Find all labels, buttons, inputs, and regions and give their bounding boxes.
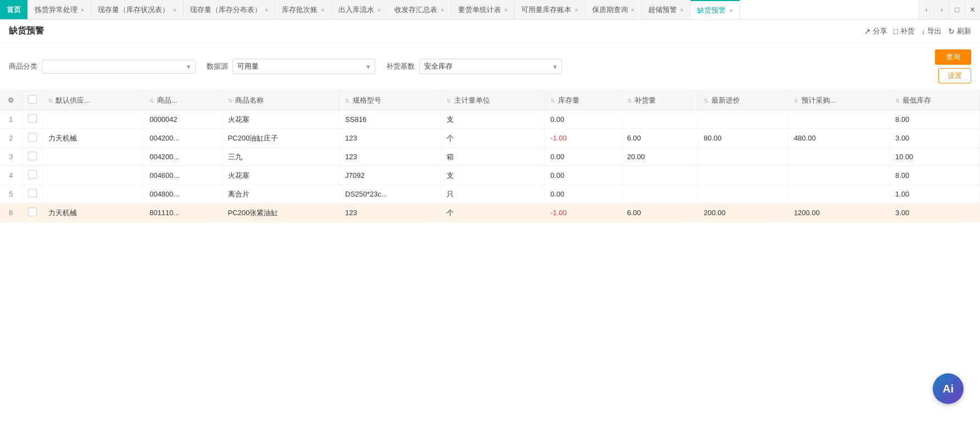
cell-replenish-qty-4 (621, 185, 698, 204)
replenish-select[interactable]: 安全库存 ▾ (419, 59, 562, 74)
cell-est-purchase-0 (788, 110, 890, 129)
table-row: 6 力天机械 801110... PC200张紧油缸 123 个 -1.00 6… (0, 204, 980, 222)
table-header-row: ⚙ ⇅ 默认供应... ⇅ 商品... ⇅ 商品名称 (0, 91, 980, 110)
tab-inout-flow[interactable]: 出入库流水 × (332, 0, 388, 20)
tab-restore-button[interactable]: □ (949, 0, 965, 20)
tab-stock-dist-close[interactable]: × (265, 7, 268, 13)
datasource-value: 可用量 (237, 61, 259, 71)
cell-supplier-0 (42, 110, 144, 129)
refresh-button[interactable]: ↻ 刷新 (948, 26, 971, 36)
cell-name-2: 三九 (222, 148, 339, 166)
tab-home[interactable]: 首页 (0, 0, 28, 20)
tab-recv-summary-close[interactable]: × (441, 7, 444, 13)
table-row: 1 0000042 火花塞 SS816 支 0.00 8.00 (0, 110, 980, 129)
tab-stock-status-close[interactable]: × (172, 7, 176, 13)
tab-stock-status[interactable]: 现存量（库存状况表） × (91, 0, 183, 20)
tab-abnormal[interactable]: 拣货异常处理 × (28, 0, 91, 20)
col-spec: ⇅ 规格型号 (339, 91, 441, 110)
datasource-select[interactable]: 可用量 ▾ (232, 59, 375, 74)
row-checkbox-2[interactable] (28, 152, 37, 160)
cell-supplier-2 (42, 148, 144, 166)
cell-stock-3: 0.00 (545, 166, 622, 185)
cell-stock-4: 0.00 (545, 185, 622, 204)
replenish-value: 安全库存 (424, 61, 453, 71)
row-checkbox-3[interactable] (28, 170, 37, 179)
tab-recv-summary-label: 收发存汇总表 (394, 5, 437, 15)
tab-nav-buttons: ‹ › □ ✕ (918, 0, 980, 20)
cell-est-purchase-3 (788, 166, 890, 185)
datasource-label: 数据源 (207, 61, 228, 71)
tab-batch-account-label: 库存批次账 (282, 5, 318, 15)
cell-min-stock-2: 10.00 (889, 148, 979, 166)
category-select[interactable]: ▾ (42, 60, 196, 74)
cell-unit-3: 支 (441, 166, 545, 185)
tab-requisition-stat[interactable]: 要货单统计表 × (452, 0, 515, 20)
main-table: ⚙ ⇅ 默认供应... ⇅ 商品... ⇅ 商品名称 (0, 91, 980, 222)
tab-requisition-stat-close[interactable]: × (504, 7, 508, 13)
cell-name-1: PC200油缸庄子 (222, 129, 339, 148)
select-all-checkbox[interactable] (28, 95, 37, 104)
tab-close-button[interactable]: ✕ (965, 0, 980, 20)
tab-expiry-query-close[interactable]: × (631, 7, 634, 13)
tab-batch-account[interactable]: 库存批次账 × (275, 0, 331, 20)
row-checkbox-5[interactable] (28, 208, 37, 216)
ai-assistant-button[interactable]: Ai (933, 373, 964, 404)
cell-stock-5: -1.00 (545, 204, 622, 222)
share-button[interactable]: ↗ 分享 (864, 26, 887, 36)
settings-button[interactable]: 设置 (938, 68, 971, 83)
tab-inout-flow-close[interactable]: × (377, 7, 381, 13)
tab-recv-summary[interactable]: 收发存汇总表 × (388, 0, 451, 20)
cell-name-0: 火花塞 (222, 110, 339, 129)
tab-available-ledger-close[interactable]: × (575, 7, 578, 13)
cell-replenish-qty-0 (621, 110, 698, 129)
cell-stock-2: 0.00 (545, 148, 622, 166)
tab-expiry-query[interactable]: 保质期查询 × (586, 0, 642, 20)
tab-abnormal-close[interactable]: × (81, 7, 84, 13)
tab-requisition-stat-label: 要货单统计表 (458, 5, 501, 15)
cell-checkbox-3[interactable] (22, 166, 42, 185)
tab-shortage[interactable]: 缺货预警 × (691, 0, 739, 20)
cell-checkbox-0[interactable] (22, 110, 42, 129)
tab-stock-dist-label: 现存量（库存分布表） (190, 5, 261, 15)
tab-home-label: 首页 (7, 5, 21, 15)
tab-stock-dist[interactable]: 现存量（库存分布表） × (183, 0, 275, 20)
sort-icon-4: ⇅ (345, 98, 349, 104)
tab-prev-button[interactable]: ‹ (918, 0, 934, 20)
cell-supplier-5: 力天机械 (42, 204, 144, 222)
tab-next-button[interactable]: › (934, 0, 949, 20)
tab-batch-account-close[interactable]: × (321, 7, 324, 13)
cell-no-1: 2 (0, 129, 22, 148)
row-checkbox-1[interactable] (28, 133, 37, 142)
cell-checkbox-2[interactable] (22, 148, 42, 166)
filter-area: 商品分类 ▾ 数据源 可用量 ▾ 补货基数 安全库存 ▾ 查询 设置 (0, 43, 980, 91)
col-unit: ⇅ 主计量单位 (441, 91, 545, 110)
tab-shortage-close[interactable]: × (729, 7, 732, 14)
col-spec-label: 规格型号 (353, 96, 381, 104)
row-checkbox-0[interactable] (28, 114, 37, 123)
cell-est-purchase-2 (788, 148, 890, 166)
cell-min-stock-3: 8.00 (889, 166, 979, 185)
cell-spec-3: J7092 (339, 166, 441, 185)
cell-checkbox-5[interactable] (22, 204, 42, 222)
tab-overstock-close[interactable]: × (680, 7, 683, 13)
sort-icon-3: ⇅ (228, 98, 232, 104)
cell-checkbox-1[interactable] (22, 129, 42, 148)
gear-icon[interactable]: ⚙ (8, 96, 14, 104)
tab-overstock-label: 超储预警 (648, 5, 677, 15)
tab-overstock[interactable]: 超储预警 × (642, 0, 691, 20)
cell-latest-price-3 (698, 166, 788, 185)
tab-available-ledger[interactable]: 可用量库存账本 × (515, 0, 585, 20)
export-button[interactable]: ↓ 导出 (921, 26, 942, 36)
col-gear: ⚙ (0, 91, 22, 110)
cell-supplier-1: 力天机械 (42, 129, 144, 148)
tab-shortage-label: 缺货预警 (697, 5, 726, 15)
cell-code-1: 004200... (144, 129, 222, 148)
replenish-button[interactable]: □ 补货 (894, 26, 915, 36)
cell-est-purchase-4 (788, 185, 890, 204)
col-product-code-label: 商品... (157, 96, 177, 104)
query-button[interactable]: 查询 (935, 49, 971, 65)
filter-right-actions: 查询 设置 (935, 49, 971, 83)
cell-checkbox-4[interactable] (22, 185, 42, 204)
row-checkbox-4[interactable] (28, 189, 37, 198)
cell-min-stock-4: 1.00 (889, 185, 979, 204)
